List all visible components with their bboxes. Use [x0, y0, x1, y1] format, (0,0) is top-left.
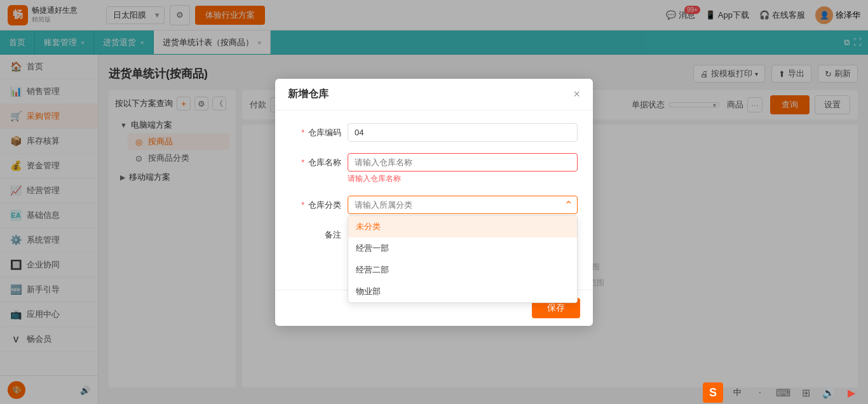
required-star-code: * [301, 128, 304, 137]
warehouse-code-input[interactable] [348, 123, 578, 142]
dialog-header: 新增仓库 × [275, 79, 593, 111]
dialog-body: * 仓库编码 * 仓库名称 请输入仓库名称 [275, 111, 593, 290]
s-chinese-icon[interactable]: 中 [728, 384, 746, 401]
warehouse-category-label: * 仓库分类 [290, 196, 341, 211]
notes-label: 备注 [290, 226, 341, 241]
warehouse-name-row: * 仓库名称 请输入仓库名称 [290, 153, 578, 184]
warehouse-code-row: * 仓库编码 [290, 123, 578, 142]
add-warehouse-dialog: 新增仓库 × * 仓库编码 * 仓库名称 [275, 79, 593, 326]
dropdown-item-property[interactable]: 物业部 [348, 281, 577, 302]
s-flag-icon[interactable]: ▶ [843, 384, 860, 401]
warehouse-name-input[interactable] [348, 153, 578, 172]
s-speaker-icon[interactable]: 🔊 [820, 384, 837, 401]
warehouse-code-label: * 仓库编码 [290, 123, 341, 138]
dropdown-item-unclassified[interactable]: 未分类 [348, 216, 577, 238]
warehouse-category-row: * 仓库分类 ⌃ 未分类 经营一部 经营二部 物业部 [290, 196, 578, 214]
required-star-name: * [301, 158, 304, 167]
dropdown-item-dept2[interactable]: 经营二部 [348, 259, 577, 281]
dialog-title: 新增仓库 [288, 88, 329, 101]
s-keyboard-icon[interactable]: ⌨ [774, 384, 792, 401]
warehouse-name-wrap: 请输入仓库名称 [348, 153, 578, 184]
dropdown-item-dept1[interactable]: 经营一部 [348, 238, 577, 259]
modal-overlay[interactable]: 新增仓库 × * 仓库编码 * 仓库名称 [0, 0, 868, 404]
s-dot-icon[interactable]: · [751, 384, 769, 401]
warehouse-category-wrap: ⌃ 未分类 经营一部 经营二部 物业部 [348, 196, 578, 214]
dialog-close-btn[interactable]: × [573, 88, 580, 101]
s-logo-icon[interactable]: S [703, 382, 723, 403]
warehouse-code-wrap [348, 123, 578, 142]
warehouse-name-error: 请输入仓库名称 [348, 173, 578, 184]
warehouse-name-label: * 仓库名称 [290, 153, 341, 168]
required-star-cat: * [301, 200, 304, 210]
category-dropdown: 未分类 经营一部 经营二部 物业部 [348, 215, 578, 303]
s-grid-icon[interactable]: ⊞ [797, 384, 815, 401]
s-actions: 中 · ⌨ ⊞ 🔊 ▶ [728, 384, 860, 401]
warehouse-category-input[interactable] [348, 196, 578, 214]
s-logo-bar: S 中 · ⌨ ⊞ 🔊 ▶ [695, 381, 868, 404]
